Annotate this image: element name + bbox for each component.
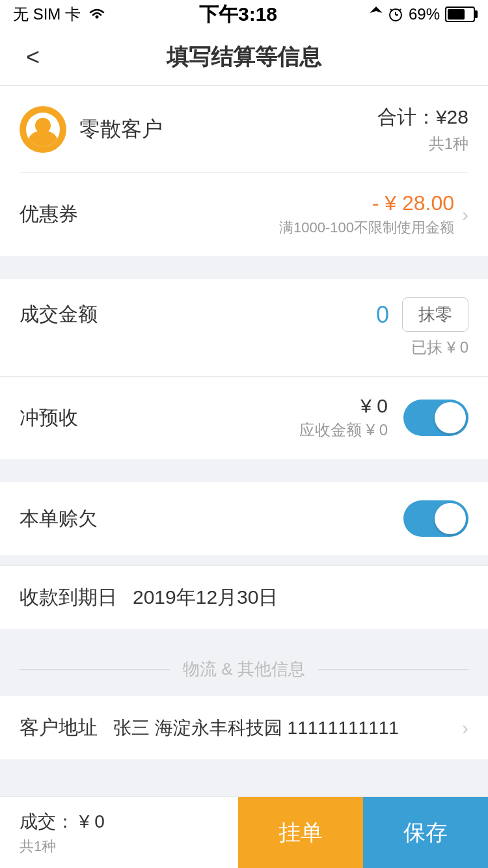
debt-toggle-knob — [435, 503, 466, 534]
prepay-info: ¥ 0 应收金额 ¥ 0 — [299, 395, 388, 441]
deal-amount-row: 成交金额 0 抹零 已抹 ¥ 0 — [0, 279, 488, 376]
customer-avatar — [20, 106, 66, 153]
logistics-dash-left — [20, 669, 170, 670]
total-amount: 合计：¥28 — [377, 104, 468, 131]
gray-separator-1 — [0, 266, 488, 279]
status-left: 无 SIM 卡 — [13, 4, 107, 25]
hang-button[interactable]: 挂单 — [238, 797, 363, 869]
debt-toggle[interactable] — [403, 500, 468, 537]
location-icon — [370, 7, 383, 22]
address-chevron-icon: › — [462, 717, 468, 739]
sim-status: 无 SIM 卡 — [13, 4, 81, 25]
duedate-label: 收款到期日 — [20, 584, 117, 611]
customer-left: 零散客户 — [20, 106, 163, 153]
page-title: 填写结算等信息 — [167, 42, 321, 72]
gray-separator-3 — [0, 629, 488, 642]
total-count: 共1种 — [377, 133, 468, 154]
prepay-row: 冲预收 ¥ 0 应收金额 ¥ 0 — [0, 376, 488, 459]
prepay-right: ¥ 0 应收金额 ¥ 0 — [299, 395, 468, 441]
debt-section: 本单赊欠 — [0, 482, 488, 555]
back-button[interactable]: < — [20, 37, 46, 77]
duedate-row: 收款到期日 2019年12月30日 — [20, 584, 468, 611]
logistics-line: 物流 & 其他信息 — [20, 658, 468, 681]
amount-section: 成交金额 0 抹零 已抹 ¥ 0 冲预收 ¥ 0 应收金额 ¥ 0 — [0, 279, 488, 459]
deal-amount-value: 0 — [376, 301, 389, 329]
logistics-section: 物流 & 其他信息 — [0, 642, 488, 696]
coupon-label: 优惠券 — [20, 201, 78, 228]
coupon-right: - ¥ 28.00 满1000-100不限制使用金额 › — [279, 191, 468, 237]
prepay-toggle[interactable] — [403, 400, 468, 436]
status-right: 69% — [370, 5, 475, 23]
round-button[interactable]: 抹零 — [402, 297, 468, 332]
coupon-info: - ¥ 28.00 满1000-100不限制使用金额 — [279, 191, 454, 237]
customer-row: 零散客户 合计：¥28 共1种 — [0, 86, 488, 172]
amount-right: 0 抹零 — [376, 297, 468, 332]
summary-deal-amount: ¥ 0 — [79, 811, 105, 832]
customer-section: 零散客户 合计：¥28 共1种 优惠券 - ¥ 28.00 满1000-100不… — [0, 86, 488, 256]
save-button[interactable]: 保存 — [363, 797, 488, 869]
prepay-label: 冲预收 — [20, 405, 78, 431]
bottom-summary: 成交： ¥ 0 共1种 — [0, 809, 238, 856]
prepay-amount: ¥ 0 — [299, 395, 388, 417]
logistics-text: 物流 & 其他信息 — [183, 658, 305, 681]
coupon-row[interactable]: 优惠券 - ¥ 28.00 满1000-100不限制使用金额 › — [0, 173, 488, 256]
summary-deal-label: 成交： — [20, 811, 74, 832]
alarm-icon — [388, 7, 403, 22]
gray-separator-2 — [0, 469, 488, 482]
duedate-value: 2019年12月30日 — [133, 584, 278, 611]
coupon-desc: 满1000-100不限制使用金额 — [279, 218, 454, 237]
deal-amount-label: 成交金额 — [20, 301, 98, 328]
duedate-section: 收款到期日 2019年12月30日 — [0, 565, 488, 629]
amount-sub: 已抹 ¥ 0 — [20, 337, 468, 358]
summary-deal: 成交： ¥ 0 — [20, 809, 219, 834]
address-value: 张三 海淀永丰科技园 11111111111 — [113, 716, 462, 740]
customer-name: 零散客户 — [79, 115, 163, 144]
wifi-icon — [87, 7, 107, 21]
prepay-receivable: 应收金额 ¥ 0 — [299, 420, 388, 441]
summary-count: 共1种 — [20, 837, 219, 856]
debt-label: 本单赊欠 — [20, 506, 98, 532]
address-label: 客户地址 — [20, 714, 98, 741]
coupon-amount: - ¥ 28.00 — [279, 191, 454, 215]
content: 零散客户 合计：¥28 共1种 优惠券 - ¥ 28.00 满1000-100不… — [0, 86, 488, 837]
address-section[interactable]: 客户地址 张三 海淀永丰科技园 11111111111 › — [0, 696, 488, 759]
customer-total: 合计：¥28 共1种 — [377, 104, 468, 154]
battery-percent: 69% — [409, 5, 440, 23]
logistics-dash-right — [318, 669, 468, 670]
bottom-bar: 成交： ¥ 0 共1种 挂单 保存 — [0, 796, 488, 868]
toggle-knob — [435, 402, 466, 433]
nav-bar: < 填写结算等信息 — [0, 29, 488, 86]
battery-icon — [445, 7, 475, 22]
coupon-chevron-icon: › — [462, 204, 468, 226]
amount-row: 成交金额 0 抹零 — [20, 297, 468, 332]
status-bar: 无 SIM 卡 下午3:18 69% — [0, 0, 488, 29]
status-time: 下午3:18 — [199, 1, 277, 28]
